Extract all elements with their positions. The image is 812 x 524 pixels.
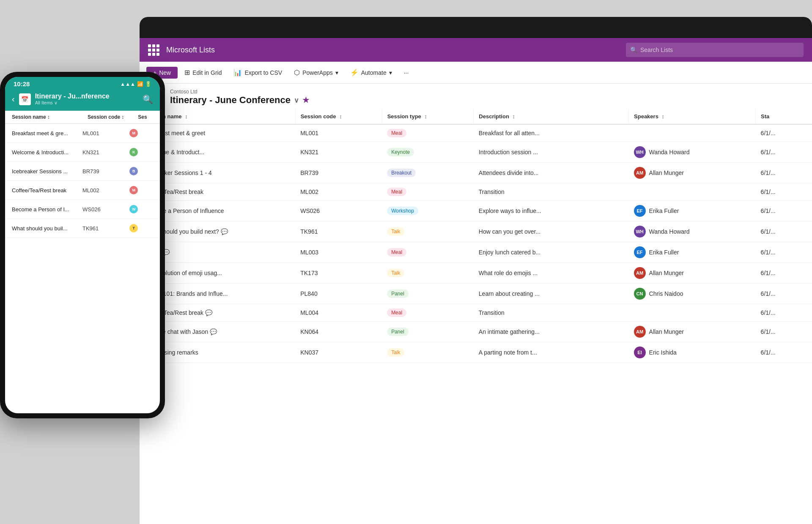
phone-row-name: Welcome & Introducti... [12, 149, 82, 156]
cell-date: 6/1/... [756, 322, 812, 342]
sort-icon: ↕ [424, 113, 427, 120]
phone-list-item[interactable]: Welcome & Introducti... KN321 K [5, 143, 160, 162]
type-badge: Talk [387, 348, 404, 357]
search-input[interactable] [626, 43, 804, 57]
waffle-menu[interactable] [148, 44, 159, 56]
favorite-star-icon[interactable]: ★ [302, 96, 309, 105]
session-type-badge: T [129, 224, 138, 232]
cell-description: A parting note from t... [474, 342, 629, 363]
cell-session-type: Talk [382, 221, 474, 242]
table-row: Fireside chat with Jason💬 KN064 Panel An… [140, 322, 812, 342]
col-header-session-type[interactable]: Session type ↕ [382, 109, 474, 124]
cell-date: 6/1/... [756, 284, 812, 304]
search-wrap: 🔍 [626, 43, 804, 57]
export-csv-button[interactable]: 📊 Export to CSV [228, 66, 287, 79]
session-type-badge: B [129, 167, 138, 175]
phone-row-badge: K [129, 148, 153, 156]
speaker-cell: EF Erika Fuller [634, 246, 751, 258]
cell-session-code: ML003 [295, 242, 382, 263]
phone-time: 10:28 [14, 80, 30, 87]
cell-description: Learn about creating ... [474, 284, 629, 304]
col-header-speakers[interactable]: Speakers ↕ [629, 109, 756, 124]
cell-speakers: EF Erika Fuller [629, 242, 756, 263]
chevron-down-icon[interactable]: ∨ [294, 96, 299, 104]
cell-session-type: Talk [382, 342, 474, 363]
cell-description: How can you get over... [474, 221, 629, 242]
phone-col-session-name[interactable]: Session name ↕ [12, 114, 88, 120]
sort-icon: ↕ [662, 113, 665, 120]
phone-list-item[interactable]: Breakfast meet & gre... ML001 M [5, 124, 160, 143]
phone-list-item[interactable]: What should you buil... TK961 T [5, 219, 160, 238]
cell-session-type: Panel [382, 284, 474, 304]
phone-list-item[interactable]: Coffee/Tea/Rest break ML002 M [5, 181, 160, 200]
table-row: Become a Person of Influence WS026 Works… [140, 201, 812, 221]
table-row: Coffee/Tea/Rest break💬 ML004 Meal Transi… [140, 304, 812, 322]
type-badge: Meal [387, 188, 406, 196]
cell-speakers [629, 124, 756, 142]
phone-col-ses[interactable]: Ses [138, 114, 153, 120]
search-button[interactable]: 🔍 [143, 94, 153, 104]
table-row: TikTok 101: Brands and Influe... PL840 P… [140, 284, 812, 304]
table-row: The evolution of emoji usag... TK173 Tal… [140, 263, 812, 284]
type-badge: Talk [387, 227, 404, 236]
phone-row-name: Coffee/Tea/Rest break [12, 187, 82, 194]
cell-description: Explore ways to influe... [474, 201, 629, 221]
phone-row-code: BR739 [82, 168, 129, 175]
type-badge: Breakout [387, 169, 416, 177]
phone-row-code: WS026 [82, 206, 129, 213]
col-header-description[interactable]: Description ↕ [474, 109, 629, 124]
sort-icon: ↕ [512, 113, 515, 120]
speaker-name: Eric Ishida [649, 349, 677, 356]
avatar: AM [634, 167, 646, 179]
avatar: EI [634, 347, 646, 358]
type-badge: Workshop [387, 207, 418, 215]
type-badge: Panel [387, 289, 409, 298]
phone-rows: Breakfast meet & gre... ML001 M Welcome … [5, 124, 160, 413]
cell-speakers: WH Wanda Howard [629, 221, 756, 242]
cell-date: 6/1/... [756, 242, 812, 263]
phone-row-badge: M [129, 129, 153, 137]
cell-session-code: ML004 [295, 304, 382, 322]
table-row: Icebreaker Sessions 1 - 4 BR739 Breakout… [140, 163, 812, 183]
avatar: AM [634, 326, 646, 338]
table-row: What should you build next?💬 TK961 Talk … [140, 221, 812, 242]
edit-grid-button[interactable]: ⊞ Edit in Grid [179, 66, 227, 79]
cell-speakers: EI Eric Ishida [629, 342, 756, 363]
cell-speakers: CN Chris Naidoo [629, 284, 756, 304]
table-row: Breakfast meet & greet ML001 Meal Breakf… [140, 124, 812, 142]
automate-button[interactable]: ⚡ Automate ▾ [345, 66, 397, 79]
cell-speakers: WH Wanda Howard [629, 142, 756, 163]
tablet-device: Microsoft Lists 🔍 + New ⊞ Edit in Grid 📊… [140, 17, 812, 524]
col-header-session-code[interactable]: Session code ↕ [295, 109, 382, 124]
col-header-sta[interactable]: Sta [756, 109, 812, 124]
cell-description: An intimate gathering... [474, 322, 629, 342]
cell-speakers [629, 304, 756, 322]
cell-session-type: Meal [382, 304, 474, 322]
chat-icon: 💬 [210, 328, 217, 335]
sort-icon: ↕ [47, 114, 50, 120]
phone-device: 10:28 ▲▲▲ 📶 🔋 ‹ 📅 Itinerary - Ju...nfere… [0, 72, 165, 418]
phone-screen: 10:28 ▲▲▲ 📶 🔋 ‹ 📅 Itinerary - Ju...nfere… [5, 77, 160, 413]
phone-list-item[interactable]: Icebreaker Sessions ... BR739 B [5, 162, 160, 181]
table-wrap: Session name ↕ Session code ↕ Session ty… [140, 109, 812, 524]
powerapps-button[interactable]: ⬡ PowerApps ▾ [289, 66, 343, 79]
app-title: Microsoft Lists [166, 46, 619, 55]
table-row: Welcome & Introduct... KN321 Keynote Int… [140, 142, 812, 163]
phone-list-item[interactable]: Become a Person of I... WS026 W [5, 200, 160, 219]
cell-speakers: AM Allan Munger [629, 163, 756, 183]
powerapps-icon: ⬡ [294, 68, 300, 76]
avatar: AM [634, 267, 646, 279]
phone-row-name: What should you buil... [12, 225, 82, 232]
back-button[interactable]: ‹ [12, 94, 15, 104]
ms-header: Microsoft Lists 🔍 [140, 38, 812, 62]
session-type-badge: M [129, 129, 138, 137]
items-table: Session name ↕ Session code ↕ Session ty… [140, 109, 812, 363]
phone-nav-sub: All Items ∨ [35, 100, 138, 106]
more-button[interactable]: ··· [399, 67, 414, 79]
chevron-down-icon: ▾ [389, 69, 392, 76]
speaker-cell: AM Allan Munger [634, 167, 751, 179]
phone-col-session-code[interactable]: Session code ↕ [88, 114, 138, 120]
speaker-cell: EI Eric Ishida [634, 347, 751, 358]
chevron-down-icon: ▾ [335, 69, 338, 76]
speaker-cell: AM Allan Munger [634, 326, 751, 338]
